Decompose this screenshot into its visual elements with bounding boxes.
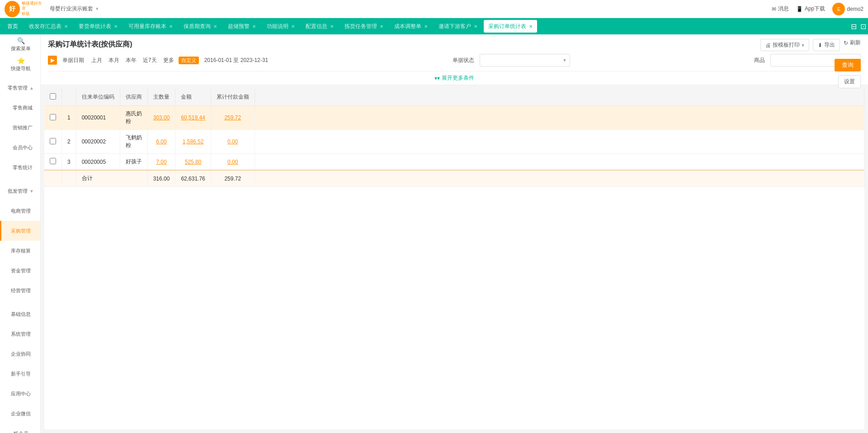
tab-label: 拣货任务管理 xyxy=(344,23,377,30)
page-header: 采购订单统计表(按供应商) ▶ 单据日期 上月 本月 本年 近7天 更多 自定义… xyxy=(41,34,868,85)
paid-link[interactable]: 259.72 xyxy=(224,114,241,121)
paid-link[interactable]: 0.00 xyxy=(227,138,238,145)
date-shortcuts: 上月 本月 本年 近7天 更多 自定义 xyxy=(90,56,199,65)
sidebar-item-shortcut[interactable]: ⭐ 快捷导航 xyxy=(0,54,40,74)
tab-label: 收发存汇总表 xyxy=(29,23,61,30)
status-select[interactable]: ▾ xyxy=(480,54,570,67)
tab-label: 超储预警 xyxy=(228,23,250,30)
message-icon: ✉ xyxy=(772,6,776,12)
close-icon[interactable]: ✕ xyxy=(169,24,173,29)
tab-peizhi[interactable]: 配置信息 ✕ xyxy=(301,20,338,33)
tab-jianhuo[interactable]: 拣货任务管理 ✕ xyxy=(340,20,388,33)
date-label: 单据日期 xyxy=(62,57,84,64)
td-amount: 525.80 xyxy=(175,154,211,171)
expand-more-button[interactable]: ▾▾ 展开更多条件 xyxy=(434,74,474,82)
shortcut-more[interactable]: 更多 xyxy=(161,56,176,65)
close-icon[interactable]: ✕ xyxy=(213,24,217,29)
sidebar-item-retail-mall[interactable]: 零售商城 xyxy=(0,98,40,118)
shortcut-7days[interactable]: 近7天 xyxy=(141,56,159,65)
sidebar-label-member: 会员中心 xyxy=(13,144,33,151)
sidebar-item-wechat[interactable]: 企业微信 xyxy=(0,404,40,423)
user-area[interactable]: E demo2 xyxy=(832,3,863,15)
tab-yaohuo[interactable]: 要货单统计表 ✕ xyxy=(74,20,122,33)
td-seq: 3 xyxy=(62,154,76,171)
nav-expand-icon[interactable]: ⊡ xyxy=(860,22,866,31)
print-button[interactable]: 🖨 按模板打印 ▾ xyxy=(760,39,809,51)
export-button[interactable]: ⬇ 导出 xyxy=(813,39,840,51)
sidebar-item-guide[interactable]: 新手引导 xyxy=(0,364,40,384)
settings-button[interactable]: 设置 xyxy=(838,75,861,88)
tab-yaoqing[interactable]: 邀请下游客户 ✕ xyxy=(434,20,482,33)
select-all-checkbox[interactable] xyxy=(50,93,56,100)
messages-button[interactable]: ✉ 消息 xyxy=(772,5,789,13)
close-icon[interactable]: ✕ xyxy=(114,24,118,29)
footer-empty-extra xyxy=(255,170,864,187)
nav-minimize-icon[interactable]: ⊟ xyxy=(851,22,857,31)
sidebar-item-basic[interactable]: 基础信息 xyxy=(0,304,40,324)
sidebar-item-system[interactable]: 系统管理 xyxy=(0,324,40,344)
sidebar-item-vip[interactable]: 畅会员 xyxy=(0,423,40,433)
tab-caigou-active[interactable]: 采购订单统计表 ✕ xyxy=(484,20,537,33)
sidebar-item-search[interactable]: 🔍 搜索菜单 xyxy=(0,34,40,54)
row-checkbox[interactable] xyxy=(50,158,56,164)
close-icon[interactable]: ✕ xyxy=(380,24,383,29)
footer-amount: 62,631.76 xyxy=(175,170,211,187)
tab-baozhi[interactable]: 保质期查询 ✕ xyxy=(179,20,222,33)
sidebar-item-ecommerce[interactable]: 电商管理 xyxy=(0,201,40,221)
sidebar-item-retail-stat[interactable]: 零售统计 xyxy=(0,157,40,177)
sidebar-item-purchase[interactable]: 采购管理 xyxy=(0,221,40,241)
qty-link[interactable]: 7.00 xyxy=(156,159,166,165)
download-icon: 📱 xyxy=(796,6,803,12)
sidebar-item-marketing[interactable]: 营销推广 xyxy=(0,118,40,138)
tab-shoufacun[interactable]: 收发存汇总表 ✕ xyxy=(24,20,72,33)
amount-link[interactable]: 525.80 xyxy=(185,159,202,165)
custom-badge[interactable]: 自定义 xyxy=(179,57,199,64)
refresh-button[interactable]: ↻ 刷新 xyxy=(844,39,861,47)
app-download-button[interactable]: 📱 App下载 xyxy=(796,5,825,13)
th-extra xyxy=(255,89,864,106)
close-icon[interactable]: ✕ xyxy=(330,24,334,29)
tab-home[interactable]: 首页 xyxy=(3,20,23,33)
sidebar-item-inventory[interactable]: 库存核算 xyxy=(0,241,40,261)
row-checkbox[interactable] xyxy=(50,138,56,144)
close-icon[interactable]: ✕ xyxy=(474,24,477,29)
shortcut-last-month[interactable]: 上月 xyxy=(90,56,104,65)
close-icon[interactable]: ✕ xyxy=(252,24,256,29)
paid-link[interactable]: 0.00 xyxy=(227,159,238,165)
sidebar-item-finance[interactable]: 资金管理 xyxy=(0,261,40,281)
tab-gongneng[interactable]: 功能说明 ✕ xyxy=(262,20,299,33)
table-area: 往来单位编码 供应商 主数量 金额 累计付款金额 1 xyxy=(44,89,864,429)
tab-chengben[interactable]: 成本调整单 ✕ xyxy=(390,20,432,33)
table-row: 2 00020002 飞鹤奶粉 6.00 1,586.52 0.00 xyxy=(44,130,864,154)
sidebar-item-app-center[interactable]: 应用中心 xyxy=(0,384,40,404)
td-empty xyxy=(255,106,864,130)
sidebar-item-wholesale[interactable]: 批发管理 ▼ xyxy=(0,181,40,201)
close-icon[interactable]: ✕ xyxy=(424,24,428,29)
logo-text: 畅捷通好生意 xyxy=(22,1,45,11)
tab-label: 功能说明 xyxy=(267,23,288,30)
qty-link[interactable]: 303.00 xyxy=(153,114,170,121)
app-download-label: App下载 xyxy=(805,5,825,13)
sidebar-item-collab[interactable]: 企业协同 xyxy=(0,344,40,364)
wholesale-arrow-icon: ▼ xyxy=(29,189,34,194)
shortcut-this-year[interactable]: 本年 xyxy=(124,56,138,65)
sidebar-item-member[interactable]: 会员中心 xyxy=(0,138,40,157)
td-code: 00020002 xyxy=(76,130,120,154)
tab-chaochun[interactable]: 超储预警 ✕ xyxy=(223,20,260,33)
shortcut-this-month[interactable]: 本月 xyxy=(107,56,121,65)
row-checkbox[interactable] xyxy=(50,114,56,120)
workspace-selector[interactable]: 母婴行业演示账套 ▾ xyxy=(45,5,772,13)
amount-link[interactable]: 60,519.44 xyxy=(181,114,205,121)
sidebar-item-retail[interactable]: 零售管理 ▲ xyxy=(0,78,40,98)
th-supplier-code: 往来单位编码 xyxy=(76,89,120,106)
filter-expand-arrow[interactable]: ▶ xyxy=(48,56,57,65)
close-icon[interactable]: ✕ xyxy=(64,24,68,29)
query-button[interactable]: 查询 xyxy=(835,59,861,71)
tab-kyliang[interactable]: 可用量库存账本 ✕ xyxy=(124,20,177,33)
close-icon-active[interactable]: ✕ xyxy=(529,24,533,29)
close-icon[interactable]: ✕ xyxy=(291,24,295,29)
sidebar-item-ops[interactable]: 经营管理 xyxy=(0,281,40,300)
amount-link[interactable]: 1,586.52 xyxy=(183,138,204,145)
qty-link[interactable]: 6.00 xyxy=(156,138,166,145)
td-paid: 0.00 xyxy=(211,130,255,154)
